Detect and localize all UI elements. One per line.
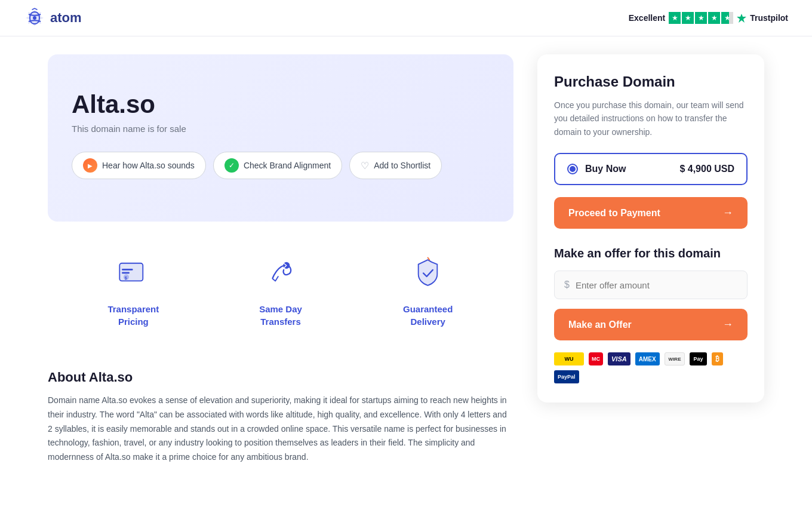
transparent-pricing-icon: $	[114, 253, 153, 292]
svg-rect-2	[119, 263, 143, 281]
trustpilot-logo-text: Trustpilot	[750, 13, 788, 23]
visa-badge: VISA	[608, 352, 630, 365]
buy-now-label: Buy Now	[585, 164, 626, 174]
purchase-description: Once you purchase this domain, our team …	[554, 99, 748, 139]
mastercard-badge: MC	[589, 352, 603, 365]
svg-rect-4	[122, 269, 133, 271]
radio-selected-icon	[567, 164, 578, 174]
proceed-to-payment-button[interactable]: Proceed to Payment →	[554, 197, 748, 229]
make-offer-label: Make an Offer	[568, 320, 632, 330]
logo-text: atom	[50, 10, 82, 26]
transparent-pricing-label: TransparentPricing	[107, 303, 159, 328]
purchase-title: Purchase Domain	[554, 73, 748, 90]
check-brand-button[interactable]: ✓ Check Brand Alignment	[213, 152, 342, 179]
trustpilot-logo-icon	[737, 13, 746, 23]
buy-now-price: $ 4,900 USD	[679, 164, 734, 174]
atom-logo-icon	[24, 7, 45, 29]
western-union-badge: WU	[554, 352, 584, 365]
hear-sounds-button[interactable]: ▶ Hear how Alta.so sounds	[72, 152, 206, 179]
trustpilot-area: Excellent ★ ★ ★ ★ ★ Trustpilot	[629, 12, 788, 24]
same-day-transfers-label: Same DayTransfers	[259, 303, 302, 328]
logo-area: atom	[24, 7, 82, 29]
offer-input-wrap: $	[554, 271, 748, 299]
svg-marker-1	[737, 14, 746, 23]
trustpilot-stars: ★ ★ ★ ★ ★	[669, 12, 733, 24]
proceed-label: Proceed to Payment	[568, 208, 660, 219]
play-icon: ▶	[83, 158, 97, 173]
feature-same-day-transfers: Same DayTransfers	[207, 251, 355, 328]
guaranteed-delivery-icon	[408, 253, 447, 292]
payment-methods: WU MC VISA AMEX WIRE Pay ₿ PayPal	[554, 352, 748, 383]
star-2: ★	[682, 12, 694, 24]
domain-title: Alta.so	[72, 90, 490, 119]
guaranteed-delivery-label: GuaranteedDelivery	[403, 303, 453, 328]
svg-point-0	[33, 16, 36, 20]
domain-subtitle: This domain name is for sale	[72, 124, 490, 134]
main-container: Alta.so This domain name is for sale ▶ H…	[24, 36, 788, 489]
star-4: ★	[708, 12, 720, 24]
star-1: ★	[669, 12, 681, 24]
guaranteed-delivery-icon-wrap	[407, 251, 449, 293]
features-section: $ TransparentPricing Same DayTransfers	[48, 222, 513, 358]
about-title: About Alta.so	[48, 370, 513, 385]
amex-badge: AMEX	[635, 352, 660, 365]
paypal-badge: PayPal	[554, 370, 579, 383]
add-shortlist-button[interactable]: ♡ Add to Shortlist	[349, 152, 442, 179]
star-5: ★	[721, 12, 733, 24]
offer-title: Make an offer for this domain	[554, 245, 748, 261]
buy-now-option[interactable]: Buy Now $ 4,900 USD	[554, 153, 748, 185]
buy-now-left: Buy Now	[567, 164, 626, 174]
apple-pay-badge: Pay	[690, 352, 706, 365]
bitcoin-badge: ₿	[712, 352, 723, 365]
dollar-sign-icon: $	[564, 279, 570, 290]
right-column: Purchase Domain Once you purchase this d…	[537, 54, 764, 403]
about-section: About Alta.so Domain name Alta.so evokes…	[48, 358, 513, 489]
radio-inner	[570, 166, 576, 172]
check-icon: ✓	[224, 158, 239, 173]
same-day-transfers-icon-wrap	[260, 251, 302, 293]
feature-guaranteed-delivery: GuaranteedDelivery	[354, 251, 502, 328]
make-offer-button[interactable]: Make an Offer →	[554, 309, 748, 340]
same-day-transfers-icon	[262, 253, 300, 292]
wire-badge: WIRE	[665, 352, 685, 365]
svg-rect-5	[122, 272, 130, 274]
hear-sounds-label: Hear how Alta.so sounds	[102, 161, 195, 170]
left-column: Alta.so This domain name is for sale ▶ H…	[48, 36, 513, 489]
shortlist-label: Add to Shortlist	[374, 161, 430, 170]
star-3: ★	[695, 12, 707, 24]
make-offer-arrow-icon: →	[722, 318, 733, 331]
hero-section: Alta.so This domain name is for sale ▶ H…	[48, 54, 513, 222]
check-brand-label: Check Brand Alignment	[244, 161, 331, 170]
heart-icon: ♡	[361, 160, 369, 171]
offer-amount-input[interactable]	[576, 280, 737, 290]
trustpilot-excellent: Excellent	[629, 13, 665, 23]
feature-transparent-pricing: $ TransparentPricing	[60, 251, 207, 328]
action-buttons: ▶ Hear how Alta.so sounds ✓ Check Brand …	[72, 152, 490, 179]
header: atom Excellent ★ ★ ★ ★ ★ Trustpilot	[0, 0, 812, 36]
arrow-right-icon: →	[722, 207, 733, 219]
transparent-pricing-icon-wrap: $	[112, 251, 154, 293]
about-text: Domain name Alta.so evokes a sense of el…	[48, 394, 513, 465]
purchase-panel: Purchase Domain Once you purchase this d…	[537, 54, 764, 403]
